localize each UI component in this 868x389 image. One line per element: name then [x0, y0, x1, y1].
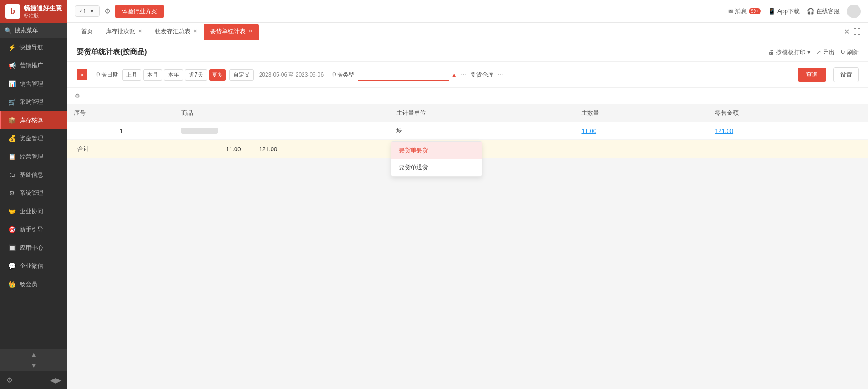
page-actions: 🖨 按模板打印 ▾ ↗ 导出 ↻ 刷新 — [768, 48, 859, 56]
dropdown-item-purchase-return[interactable]: 要货单退货 — [391, 159, 482, 176]
dropdown-item-purchase-order[interactable]: 要货单要货 — [391, 142, 482, 159]
type-filter-input[interactable] — [358, 69, 449, 81]
sidebar-scroll-up[interactable]: ▲ — [0, 349, 67, 360]
tab-close-receive-summary[interactable]: ✕ — [193, 28, 197, 34]
nav-label-operations: 经营管理 — [20, 153, 43, 161]
cell-index: 1 — [67, 122, 175, 140]
cell-unit: 块 — [390, 122, 575, 140]
sidebar-item-sales[interactable]: 📊销售管理 — [0, 75, 67, 93]
tab-inventory-batch[interactable]: 库存批次账 ✕ — [99, 24, 149, 40]
nav-icon-inventory: 📦 — [8, 117, 16, 124]
app-download-item[interactable]: 📱 App下载 — [768, 7, 800, 15]
chevron-down-icon: ▼ — [89, 8, 95, 15]
type-filter-group: 单据类型 ▲ ··· 要货仓库 ··· — [331, 69, 504, 81]
app-brand: 畅捷通好生意 标准版 — [24, 4, 62, 19]
nav-label-enterprise: 企业协同 — [20, 207, 43, 215]
nav-label-purchase: 采购管理 — [20, 98, 43, 106]
date-btn-last-month[interactable]: 上月 — [122, 69, 141, 81]
col-header-quantity: 主数量 — [575, 104, 709, 122]
col-header-amount: 零售金额 — [709, 104, 868, 122]
nav-label-inventory: 库存核算 — [20, 116, 43, 124]
date-btn-7days[interactable]: 近7天 — [185, 69, 207, 81]
tab-close-inventory-batch[interactable]: ✕ — [138, 28, 142, 34]
date-more-button[interactable]: 更多 — [209, 69, 226, 81]
tab-close-order-stat[interactable]: ✕ — [248, 28, 252, 34]
tab-home[interactable]: 首页 — [75, 24, 99, 40]
gear-icon[interactable]: ⚙ — [104, 7, 111, 15]
print-chevron-icon: ▾ — [807, 49, 811, 56]
nav-icon-app-center: 🔲 — [8, 244, 16, 251]
sidebar-footer: ⚙ ◀▶ — [0, 371, 67, 389]
sidebar-item-marketing[interactable]: 📢营销推广 — [0, 56, 67, 75]
export-button[interactable]: ↗ 导出 — [816, 48, 835, 56]
sidebar-item-member[interactable]: 👑畅会员 — [0, 275, 67, 293]
cell-product — [175, 122, 390, 140]
nav-label-system: 系统管理 — [20, 189, 43, 197]
sidebar-item-basic[interactable]: 🗂基础信息 — [0, 166, 67, 184]
cell-amount[interactable]: 121.00 — [709, 122, 868, 140]
message-item[interactable]: ✉ 消息 99+ — [728, 7, 761, 15]
sidebar-item-wechat[interactable]: 💬企业微信 — [0, 257, 67, 275]
query-button[interactable]: 查询 — [798, 68, 826, 82]
date-btn-this-month[interactable]: 本月 — [143, 69, 162, 81]
trial-button[interactable]: 体验行业方案 — [115, 5, 164, 18]
nav-icon-enterprise: 🤝 — [8, 208, 16, 215]
nav-label-wechat: 企业微信 — [20, 262, 43, 270]
nav-label-sales: 销售管理 — [20, 80, 43, 88]
online-service-item[interactable]: 🎧 在线客服 — [807, 7, 840, 15]
table-header: 序号 商品 主计量单位 主数量 零售金额 — [67, 104, 868, 122]
data-table-wrap: ⚙ 序号 商品 主计量单位 主数量 零售金额 1 — [67, 88, 868, 140]
date-custom-button[interactable]: 自定义 — [229, 69, 254, 81]
tab-receive-summary[interactable]: 收发存汇总表 ✕ — [149, 24, 204, 40]
phone-icon: 📱 — [768, 8, 776, 15]
footer-amount: 121.00 — [259, 146, 277, 153]
sidebar-item-quick-nav[interactable]: ⚡快捷导航 — [0, 38, 67, 56]
type-dropdown: 要货单要货 要货单退货 — [391, 141, 482, 177]
collapse-icon[interactable]: ◀▶ — [50, 376, 61, 384]
col-header-unit: 主计量单位 — [390, 104, 575, 122]
sidebar-item-newbie[interactable]: 🎯新手引导 — [0, 220, 67, 239]
sidebar-scroll-down[interactable]: ▼ — [0, 360, 67, 371]
type-chevron-up-icon[interactable]: ▲ — [451, 72, 457, 78]
tab-order-stat[interactable]: 要货单统计表 ✕ — [204, 24, 259, 40]
warehouse-more-button[interactable]: ··· — [498, 71, 503, 79]
filter-more-button[interactable]: ··· — [461, 71, 467, 79]
message-badge: 99+ — [749, 8, 761, 14]
tab-expand-button[interactable]: ⛶ — [853, 28, 861, 36]
filter-expand-button[interactable]: » — [77, 69, 87, 80]
sidebar-item-inventory[interactable]: 📦库存核算 — [0, 111, 67, 129]
settings-icon[interactable]: ⚙ — [6, 376, 13, 384]
type-filter-label: 单据类型 — [331, 71, 354, 79]
nav-icon-purchase: 🛒 — [8, 98, 16, 106]
avatar[interactable] — [847, 5, 861, 18]
sidebar-nav: ⚡快捷导航📢营销推广📊销售管理🛒采购管理📦库存核算💰资金管理📋经营管理🗂基础信息… — [0, 38, 67, 349]
nav-label-finance: 资金管理 — [20, 134, 43, 143]
sidebar-item-system[interactable]: ⚙系统管理 — [0, 184, 67, 202]
nav-label-quick-nav: 快捷导航 — [20, 43, 43, 51]
sidebar-item-purchase[interactable]: 🛒采购管理 — [0, 93, 67, 111]
date-btn-this-year[interactable]: 本年 — [164, 69, 183, 81]
date-filter-label: 单据日期 — [95, 71, 118, 79]
search-menu-item[interactable]: 🔍 搜索菜单 — [0, 23, 67, 38]
nav-icon-newbie: 🎯 — [8, 226, 16, 233]
date-filter-group: 单据日期 上月 本月 本年 近7天 更多 自定义 2023-05-06 至 20… — [95, 69, 324, 81]
sidebar-item-operations[interactable]: 📋经营管理 — [0, 148, 67, 166]
tab-close-all-button[interactable]: ✕ — [844, 27, 850, 36]
nav-icon-operations: 📋 — [8, 153, 16, 160]
refresh-button[interactable]: ↻ 刷新 — [840, 48, 859, 56]
date-quick-btns: 上月 本月 本年 近7天 更多 — [122, 69, 226, 81]
sidebar-item-finance[interactable]: 💰资金管理 — [0, 129, 67, 148]
filter-settings-button[interactable]: 设置 — [833, 67, 859, 82]
table-row: 1 块 11.00 121.00 — [67, 122, 868, 140]
footer-summary-values: 11.00 121.00 — [89, 146, 277, 153]
sidebar-item-enterprise[interactable]: 🤝企业协同 — [0, 202, 67, 220]
print-icon: 🖨 — [768, 49, 774, 56]
sidebar-item-app-center[interactable]: 🔲应用中心 — [0, 239, 67, 257]
table-settings-icon[interactable]: ⚙ — [75, 92, 80, 99]
cell-quantity[interactable]: 11.00 — [575, 122, 709, 140]
print-button[interactable]: 🖨 按模板打印 ▾ — [768, 48, 811, 56]
type-input-wrap: ▲ — [358, 69, 457, 81]
footer-quantity: 11.00 — [226, 146, 241, 153]
topbar-left: 41 ▼ ⚙ 体验行业方案 — [75, 5, 164, 18]
company-selector[interactable]: 41 ▼ — [75, 5, 100, 17]
